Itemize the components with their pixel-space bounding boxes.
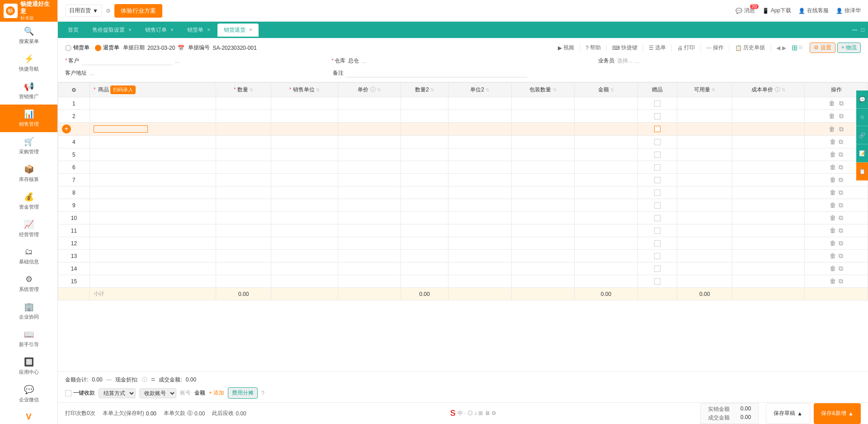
calendar-icon[interactable]: 📅 bbox=[178, 45, 184, 51]
toolbar-help[interactable]: ? 帮助 bbox=[585, 44, 601, 52]
row-price-2[interactable] bbox=[338, 110, 401, 123]
row-amount-1[interactable] bbox=[575, 97, 638, 110]
save-draft-arrow[interactable]: ▲ bbox=[797, 410, 802, 417]
row-copy-8[interactable]: ⧉ bbox=[837, 189, 844, 196]
salesperson-dots[interactable]: ... bbox=[635, 58, 640, 64]
row-copy-10[interactable]: ⧉ bbox=[837, 214, 844, 222]
row-copy-11[interactable]: ⧉ bbox=[837, 227, 844, 234]
row-copy-9[interactable]: ⧉ bbox=[837, 201, 844, 209]
row-pack-3[interactable] bbox=[511, 123, 575, 136]
row-delete-14[interactable]: 🗑 bbox=[828, 265, 837, 272]
row-goods-1[interactable] bbox=[90, 97, 216, 110]
row-copy-7[interactable]: ⧉ bbox=[837, 176, 844, 184]
settle-method-select[interactable]: 结算方式 bbox=[99, 388, 136, 398]
fee-split-button[interactable]: 费用分摊 bbox=[228, 387, 258, 399]
price-sort-icon[interactable]: ⇅ bbox=[377, 87, 381, 92]
sidebar-item-shortcut[interactable]: ⚡ 快捷导航 bbox=[0, 49, 57, 77]
row-delete-1[interactable]: 🗑 bbox=[827, 100, 836, 107]
customer-input[interactable] bbox=[82, 57, 172, 65]
user-avatar[interactable]: 👤 徐泽华 bbox=[836, 7, 861, 14]
unit2-sort-icon[interactable]: ⇅ bbox=[486, 87, 489, 92]
sidebar-item-apps[interactable]: 🔲 应用中心 bbox=[0, 353, 57, 380]
rfp-note[interactable]: 📝 bbox=[856, 144, 868, 162]
tab-sales-return[interactable]: 销货退货 × bbox=[217, 24, 259, 37]
amount-sort-icon[interactable]: ⇅ bbox=[610, 87, 614, 92]
row-delete-7[interactable]: 🗑 bbox=[828, 176, 837, 183]
one-click-cb[interactable] bbox=[65, 390, 71, 396]
save-new-button[interactable]: 保存&新增 ▲ bbox=[814, 403, 861, 424]
tab-maximize-icon[interactable]: □ bbox=[861, 27, 864, 33]
tab-price-settings[interactable]: 售价提取设置 × bbox=[86, 24, 138, 37]
row-unit-2[interactable] bbox=[271, 110, 338, 123]
toolbar-shortcut[interactable]: ⌨ 快捷键 bbox=[612, 44, 637, 52]
account-select[interactable]: 收款账号 bbox=[139, 388, 176, 398]
row-copy-12[interactable]: ⧉ bbox=[837, 239, 844, 247]
view-list-icon[interactable]: ≡ bbox=[798, 43, 802, 52]
row-delete-12[interactable]: 🗑 bbox=[828, 239, 837, 247]
row-goods-2[interactable] bbox=[90, 110, 216, 123]
row-qty-3[interactable] bbox=[216, 123, 271, 136]
row-qty-1[interactable] bbox=[216, 97, 271, 110]
row-amount-3[interactable] bbox=[575, 123, 638, 136]
row-goods-3[interactable] bbox=[90, 123, 216, 136]
row-avail-2[interactable] bbox=[677, 110, 732, 123]
gift-checkbox-2[interactable] bbox=[654, 113, 660, 119]
row-delete-6[interactable]: 🗑 bbox=[828, 163, 837, 171]
gift-checkbox-6[interactable] bbox=[654, 164, 660, 171]
toolbar-ops[interactable]: ⋯ 操作 bbox=[706, 44, 724, 52]
row-delete-9[interactable]: 🗑 bbox=[828, 201, 837, 209]
qty2-sort-icon[interactable]: ⇅ bbox=[430, 87, 434, 92]
row-unit2-3[interactable] bbox=[448, 123, 511, 136]
sidebar-item-marketing[interactable]: 📢 营销推广 bbox=[0, 77, 57, 105]
row-avail-1[interactable] bbox=[677, 97, 732, 110]
row-unit-1[interactable] bbox=[271, 97, 338, 110]
sidebar-item-purchase[interactable]: 🛒 采购管理 bbox=[0, 132, 57, 160]
save-new-arrow[interactable]: ▲ bbox=[848, 410, 854, 417]
row-pack-2[interactable] bbox=[511, 110, 575, 123]
stat2-value[interactable]: ⓪ bbox=[187, 410, 193, 417]
sidebar-item-wechat[interactable]: 💬 企业微信 bbox=[0, 380, 57, 408]
row-copy-13[interactable]: ⧉ bbox=[837, 252, 844, 260]
one-click-checkbox[interactable]: 一键收款 bbox=[65, 389, 95, 397]
scan-button[interactable]: 扫码录入 bbox=[110, 86, 136, 94]
gift-checkbox-7[interactable] bbox=[654, 177, 660, 183]
address-dots[interactable]: ... bbox=[90, 70, 94, 76]
tab-close-sales-order[interactable]: × bbox=[170, 27, 174, 33]
toolbar-history[interactable]: 📋 历史单据 bbox=[735, 44, 765, 52]
tab-close-sales-return[interactable]: × bbox=[249, 27, 252, 33]
toolbar-video[interactable]: ▶ 视频 bbox=[558, 44, 574, 52]
gift-checkbox-15[interactable] bbox=[654, 278, 660, 285]
logistics-button[interactable]: + 物流 bbox=[837, 43, 861, 53]
row-delete-4[interactable]: 🗑 bbox=[828, 138, 837, 145]
row-copy-1[interactable]: ⧉ bbox=[838, 100, 845, 107]
row-cost-2[interactable] bbox=[732, 110, 805, 123]
experience-button[interactable]: 体验行业方案 bbox=[114, 4, 162, 18]
row-delete-10[interactable]: 🗑 bbox=[828, 214, 837, 221]
sidebar-item-enterprise[interactable]: 🏢 企业协同 bbox=[0, 297, 57, 325]
gift-checkbox-11[interactable] bbox=[654, 228, 660, 234]
goods-input-3[interactable] bbox=[94, 125, 148, 133]
row-delete-5[interactable]: 🗑 bbox=[828, 151, 837, 158]
row-avail-3[interactable] bbox=[677, 123, 732, 136]
gift-checkbox-12[interactable] bbox=[654, 240, 660, 247]
row-delete-15[interactable]: 🗑 bbox=[828, 277, 837, 285]
sidebar-item-newbie[interactable]: 📖 新手引导 bbox=[0, 325, 57, 353]
radio-delivery[interactable]: 销货单 bbox=[65, 44, 90, 52]
warehouse-dots[interactable]: ... bbox=[362, 58, 366, 64]
gift-checkbox-3[interactable] bbox=[654, 126, 660, 132]
add-payment-button[interactable]: + 添加 bbox=[209, 389, 224, 397]
tab-home[interactable]: 首页 bbox=[61, 24, 85, 37]
pack-sort-icon[interactable]: ⇅ bbox=[553, 87, 557, 92]
save-draft-button[interactable]: 保存草稿 ▲ bbox=[766, 403, 810, 424]
gift-checkbox-9[interactable] bbox=[654, 202, 660, 209]
row-delete-11[interactable]: 🗑 bbox=[828, 227, 837, 234]
row-price-1[interactable] bbox=[338, 97, 401, 110]
cost-sort-icon[interactable]: ⇅ bbox=[782, 87, 785, 92]
row-copy-14[interactable]: ⧉ bbox=[837, 265, 844, 272]
sidebar-item-basic[interactable]: 🗂 基础信息 bbox=[0, 243, 57, 270]
row-copy-6[interactable]: ⧉ bbox=[837, 163, 844, 171]
radio-return[interactable]: 退货单 bbox=[95, 44, 119, 52]
price-info-icon[interactable]: ⓘ bbox=[370, 86, 376, 93]
online-service-button[interactable]: 👤 在线客服 bbox=[798, 7, 829, 14]
remark-input[interactable] bbox=[346, 69, 527, 77]
